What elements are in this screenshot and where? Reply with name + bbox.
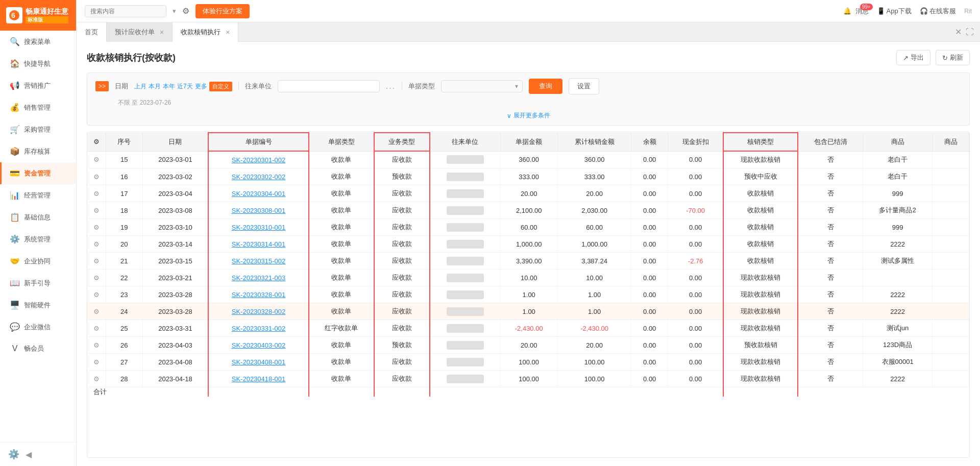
- table-row[interactable]: ⚙ 25 2023-03-31 SK-20230331-002 红字收款单 应收…: [87, 320, 969, 337]
- date-link-more[interactable]: 更多: [195, 82, 207, 91]
- sidebar-item-purchase[interactable]: 🛒 采购管理: [0, 118, 76, 140]
- td-gear[interactable]: ⚙: [87, 320, 106, 337]
- tab-home[interactable]: 首页: [77, 22, 107, 42]
- td-gear[interactable]: ⚙: [87, 354, 106, 371]
- app-download-link[interactable]: 📱 App下载: [877, 7, 912, 16]
- td-bill-no[interactable]: SK-20230418-001: [208, 371, 309, 387]
- table-row[interactable]: ⚙ 26 2023-04-03 SK-20230403-002 收款单 预收款 …: [87, 337, 969, 354]
- td-discount: 0.00: [668, 185, 724, 202]
- td-bill-no[interactable]: SK-20230403-002: [208, 337, 309, 354]
- message-badge[interactable]: 🔔 消息 99+: [843, 7, 869, 16]
- td-bill-no[interactable]: SK-20230321-003: [208, 269, 309, 286]
- table-row[interactable]: ⚙ 16 2023-03-02 SK-20230302-002 收款单 预收款 …: [87, 168, 969, 185]
- sidebar-item-wechat[interactable]: 💬 企业微信: [0, 316, 76, 338]
- sidebar-item-member[interactable]: V 畅会员: [0, 338, 76, 359]
- table-row[interactable]: ⚙ 22 2023-03-21 SK-20230321-003 收款单 应收款 …: [87, 269, 969, 286]
- td-include-settled: 否: [798, 168, 863, 185]
- td-bill-no[interactable]: SK-20230408-001: [208, 354, 309, 371]
- topbar-search-input[interactable]: [85, 5, 166, 17]
- table-row[interactable]: ⚙ 24 2023-03-28 SK-20230328-002 收款单 应收款 …: [87, 303, 969, 320]
- table-row[interactable]: ⚙ 27 2023-04-08 SK-20230408-001 收款单 应收款 …: [87, 354, 969, 371]
- date-link-7days[interactable]: 近7天: [177, 82, 193, 91]
- sidebar-item-guide[interactable]: 📖 新手引导: [0, 272, 76, 294]
- online-service-link[interactable]: 🎧 在线客服: [920, 7, 957, 16]
- table-row[interactable]: ⚙ 28 2023-04-18 SK-20230418-001 收款单 应收款 …: [87, 371, 969, 387]
- filter-toggle-button[interactable]: >>: [95, 81, 109, 91]
- td-bill-no[interactable]: SK-20230304-001: [208, 185, 309, 202]
- logo-text: 畅康通好生意 标准版: [26, 7, 68, 24]
- td-gear[interactable]: ⚙: [87, 219, 106, 236]
- table-row[interactable]: ⚙ 20 2023-03-14 SK-20230314-001 收款单 应收款 …: [87, 236, 969, 253]
- partner-filter-input[interactable]: [278, 80, 380, 92]
- sidebar-item-system[interactable]: ⚙️ 系统管理: [0, 228, 76, 250]
- inventory-icon: 📦: [10, 146, 20, 156]
- td-gear[interactable]: ⚙: [87, 286, 106, 303]
- td-gear[interactable]: ⚙: [87, 236, 106, 253]
- tab-fullscreen-icon[interactable]: ⛶: [966, 28, 974, 37]
- td-gear[interactable]: ⚙: [87, 185, 106, 202]
- tab-collection[interactable]: 收款核销执行 ×: [173, 22, 238, 42]
- td-bill-no[interactable]: SK-20230302-002: [208, 168, 309, 185]
- table-row[interactable]: ⚙ 19 2023-03-10 SK-20230310-001 收款单 应收款 …: [87, 219, 969, 236]
- date-link-this-year[interactable]: 本年: [163, 82, 175, 91]
- settings-icon[interactable]: ⚙️: [8, 449, 19, 460]
- th-biz-type: 业务类型: [374, 133, 430, 151]
- topbar-dropdown-icon[interactable]: ▾: [173, 7, 176, 15]
- table-row[interactable]: ⚙ 17 2023-03-04 SK-20230304-001 收款单 应收款 …: [87, 185, 969, 202]
- td-verified-amount: 333.00: [557, 168, 631, 185]
- sidebar-item-inventory[interactable]: 📦 库存核算: [0, 140, 76, 162]
- collapse-icon[interactable]: ◀: [26, 450, 32, 459]
- query-button[interactable]: 查询: [529, 79, 562, 94]
- td-gear[interactable]: ⚙: [87, 151, 106, 168]
- td-bill-no[interactable]: SK-20230315-002: [208, 253, 309, 269]
- td-gear[interactable]: ⚙: [87, 168, 106, 185]
- table-row[interactable]: ⚙ 15 2023-03-01 SK-20230301-002 收款单 应收款 …: [87, 151, 969, 168]
- th-gear[interactable]: ⚙: [87, 133, 106, 151]
- sidebar-item-corp[interactable]: 🤝 企业协同: [0, 250, 76, 272]
- date-custom-button[interactable]: 自定义: [209, 82, 232, 91]
- export-button[interactable]: ↗ 导出: [896, 50, 930, 65]
- th-bill-no: 单据编号: [208, 133, 309, 151]
- td-bill-no[interactable]: SK-20230328-002: [208, 303, 309, 320]
- topbar-gear-icon[interactable]: ⚙: [182, 6, 189, 16]
- sidebar-item-basic[interactable]: 📋 基础信息: [0, 206, 76, 228]
- td-biz-type: 应收款: [374, 253, 430, 269]
- td-gear[interactable]: ⚙: [87, 253, 106, 269]
- table-row[interactable]: ⚙ 23 2023-03-28 SK-20230328-001 收款单 应收款 …: [87, 286, 969, 303]
- td-bill-no[interactable]: SK-20230314-001: [208, 236, 309, 253]
- bill-type-select[interactable]: ▾: [441, 80, 523, 92]
- td-gear[interactable]: ⚙: [87, 202, 106, 219]
- td-bill-no[interactable]: SK-20230308-001: [208, 202, 309, 219]
- user-name[interactable]: Rit: [964, 8, 972, 15]
- industry-solution-button[interactable]: 体验行业方案: [195, 4, 250, 18]
- tab-close-all-icon[interactable]: ✕: [955, 27, 962, 37]
- td-bill-no[interactable]: SK-20230310-001: [208, 219, 309, 236]
- tab-prepay[interactable]: 预计应收付单 ×: [107, 22, 173, 42]
- table-row[interactable]: ⚙ 18 2023-03-08 SK-20230308-001 收款单 应收款 …: [87, 202, 969, 219]
- sidebar-item-operation[interactable]: 📊 经营管理: [0, 184, 76, 206]
- tab-prepay-close[interactable]: ×: [160, 28, 164, 36]
- sidebar-item-nav[interactable]: 🏠 快捷导航: [0, 53, 76, 75]
- sidebar-item-marketing[interactable]: 📢 营销推广: [0, 75, 76, 96]
- td-gear[interactable]: ⚙: [87, 303, 106, 320]
- sidebar-item-sales[interactable]: 💰 销售管理: [0, 96, 76, 118]
- refresh-button[interactable]: ↻ 刷新: [936, 50, 970, 65]
- td-bill-no[interactable]: SK-20230301-002: [208, 151, 309, 168]
- date-link-last-month[interactable]: 上月: [134, 82, 146, 91]
- sidebar-item-search[interactable]: 🔍 搜索菜单: [0, 31, 76, 53]
- sidebar-item-hardware[interactable]: 🖥️ 智能硬件: [0, 294, 76, 316]
- td-verified-amount: 2,030.00: [557, 202, 631, 219]
- td-gear[interactable]: ⚙: [87, 371, 106, 387]
- setting-button[interactable]: 设置: [569, 78, 599, 94]
- member-icon: V: [10, 344, 20, 353]
- table-row[interactable]: ⚙ 21 2023-03-15 SK-20230315-002 收款单 应收款 …: [87, 253, 969, 269]
- tab-collection-close[interactable]: ×: [226, 28, 230, 36]
- sidebar-item-finance[interactable]: 💳 资金管理: [0, 162, 76, 184]
- page-content: 收款核销执行(按收款) ↗ 导出 ↻ 刷新 >> 日期 上月 本月: [77, 42, 980, 466]
- td-bill-no[interactable]: SK-20230331-002: [208, 320, 309, 337]
- td-bill-no[interactable]: SK-20230328-001: [208, 286, 309, 303]
- date-link-this-month[interactable]: 本月: [149, 82, 161, 91]
- expand-conditions-button[interactable]: ∨ 展开更多条件: [507, 111, 550, 120]
- td-gear[interactable]: ⚙: [87, 337, 106, 354]
- td-gear[interactable]: ⚙: [87, 269, 106, 286]
